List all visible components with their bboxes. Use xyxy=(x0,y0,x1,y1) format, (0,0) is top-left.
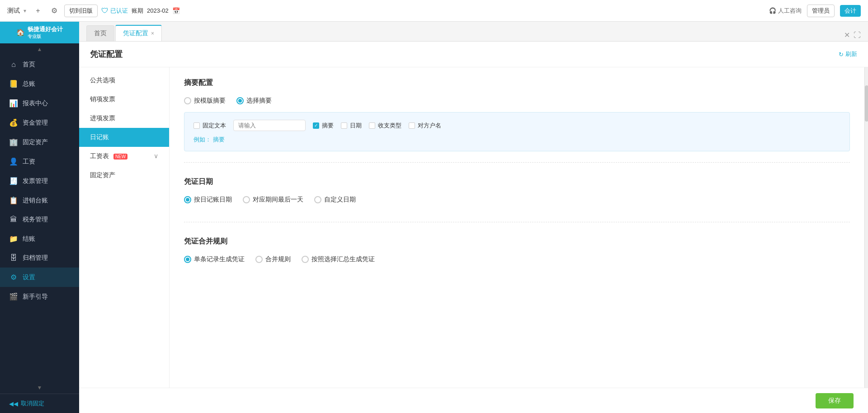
radio-journal-date[interactable]: 按日记账日期 xyxy=(184,196,232,204)
tab-home-label: 首页 xyxy=(94,29,107,38)
save-button[interactable]: 保存 xyxy=(816,393,854,408)
scroll-down-arrow[interactable]: ▼ xyxy=(36,384,43,392)
sidebar-item-assets[interactable]: 🏢 固定资产 xyxy=(0,132,79,152)
service-label: 人工咨询 xyxy=(778,7,802,15)
checkbox-summary[interactable]: 摘要 xyxy=(313,122,334,130)
date-radio-group: 按日记账日期 对应期间最后一天 自定义日期 xyxy=(184,196,850,204)
date-title: 凭证日期 xyxy=(184,177,850,187)
sidebar-item-wages[interactable]: 👤 工资 xyxy=(0,152,79,171)
topbar-right: 🎧 人工咨询 管理员 会计 xyxy=(769,5,861,17)
certified-badge: 🛡 已认证 xyxy=(101,7,128,15)
radio-custom-date[interactable]: 自定义日期 xyxy=(314,196,356,204)
left-nav-journal[interactable]: 日记账 xyxy=(79,128,169,147)
sidebar-item-home[interactable]: ⌂ 首页 xyxy=(0,55,79,74)
topbar-icons: + ⚙ xyxy=(32,5,61,17)
sidebar-item-trade[interactable]: 📋 进销台账 xyxy=(0,191,79,210)
cancel-pin-button[interactable]: ◀◀ 取消固定 xyxy=(0,394,79,413)
sidebar-label-capital: 资金管理 xyxy=(23,119,70,127)
sidebar-item-capital[interactable]: 💰 资金管理 xyxy=(0,113,79,132)
left-nav-public[interactable]: 公共选项 xyxy=(79,71,169,90)
checkbox-fixed-text[interactable]: 固定文本 xyxy=(193,122,226,130)
left-nav-public-label: 公共选项 xyxy=(90,76,115,84)
invoice-icon: 🧾 xyxy=(9,177,18,185)
settings-nav-icon: ⚙ xyxy=(9,273,18,282)
tab-close-icon[interactable]: × xyxy=(151,30,154,37)
left-nav-journal-label: 日记账 xyxy=(90,133,109,141)
sidebar-item-ledger[interactable]: 📒 总账 xyxy=(0,74,79,94)
settings-icon[interactable]: ⚙ xyxy=(48,5,61,17)
company-name: 测试 xyxy=(7,7,20,15)
checkbox-date[interactable]: 日期 xyxy=(341,122,362,130)
refresh-button[interactable]: ↻ 刷新 xyxy=(839,50,857,66)
fixed-text-label: 固定文本 xyxy=(203,122,226,130)
sidebar-label-guide: 新手引导 xyxy=(23,293,70,301)
period-label: 账期 xyxy=(132,7,143,15)
sidebar-label-assets: 固定资产 xyxy=(23,138,70,146)
sidebar-item-reports[interactable]: 📊 报表中心 xyxy=(0,94,79,113)
tab-home[interactable]: 首页 xyxy=(86,25,114,41)
fixed-text-input[interactable] xyxy=(233,120,306,131)
radio-select-summary-circle xyxy=(302,256,309,263)
radio-period-last[interactable]: 对应期间最后一天 xyxy=(243,196,303,204)
sidebar-item-guide[interactable]: 🎬 新手引导 xyxy=(0,287,79,306)
radio-select-summary[interactable]: 选择摘要 xyxy=(236,97,272,105)
right-scrollbar[interactable] xyxy=(864,67,868,388)
sidebar-label-home: 首页 xyxy=(23,61,70,69)
radio-select-summary-gen[interactable]: 按照选择汇总生成凭证 xyxy=(302,255,375,263)
summary-config-row: 固定文本 摘要 日期 xyxy=(193,120,840,131)
tab-close-button[interactable]: ✕ xyxy=(844,31,850,39)
left-nav-fixed-assets[interactable]: 固定资产 xyxy=(79,166,169,185)
radio-single-record[interactable]: 单条记录生成凭证 xyxy=(184,255,245,263)
radio-template-summary[interactable]: 按模版摘要 xyxy=(184,97,226,105)
left-nav-payroll-label: 工资表 xyxy=(90,152,109,160)
sidebar-item-tax[interactable]: 🏛 税务管理 xyxy=(0,210,79,229)
sidebar-item-settings[interactable]: ⚙ 设置 xyxy=(0,268,79,287)
page-title: 凭证配置 xyxy=(90,49,123,67)
calendar-icon[interactable]: 📅 xyxy=(172,7,180,14)
left-nav-sales-invoice[interactable]: 销项发票 xyxy=(79,90,169,109)
scroll-up-arrow[interactable]: ▲ xyxy=(36,45,43,53)
cancel-pin-label: 取消固定 xyxy=(21,399,44,408)
summary-radio-group: 按模版摘要 选择摘要 xyxy=(184,97,850,105)
sidebar-item-settle[interactable]: 📁 结账 xyxy=(0,229,79,249)
sidebar-item-invoice[interactable]: 🧾 发票管理 xyxy=(0,171,79,191)
radio-template-circle xyxy=(184,97,191,104)
radio-journal-date-circle xyxy=(184,196,191,203)
left-nav-purchase-invoice[interactable]: 进项发票 xyxy=(79,109,169,128)
checkbox-income-type[interactable]: 收支类型 xyxy=(369,122,401,130)
example-text: 例如： 摘要 xyxy=(193,136,840,144)
left-nav-payroll[interactable]: 工资表 NEW ∨ xyxy=(79,147,169,166)
checkbox-counterparty-box xyxy=(409,122,415,129)
service-button[interactable]: 🎧 人工咨询 xyxy=(769,7,802,15)
right-panel: 摘要配置 按模版摘要 选择摘要 xyxy=(170,67,864,388)
radio-merge-rules[interactable]: 合并规则 xyxy=(255,255,291,263)
tab-voucher-config[interactable]: 凭证配置 × xyxy=(115,25,162,41)
manager-button[interactable]: 管理员 xyxy=(807,5,835,17)
wages-icon: 👤 xyxy=(9,157,18,166)
sidebar-label-tax: 税务管理 xyxy=(23,216,70,224)
capital-icon: 💰 xyxy=(9,118,18,127)
income-type-label: 收支类型 xyxy=(378,122,401,130)
shield-icon: 🛡 xyxy=(101,7,108,15)
summary-config-box: 固定文本 摘要 日期 xyxy=(184,112,850,151)
sidebar-item-archive[interactable]: 🗄 归档管理 xyxy=(0,249,79,268)
summary-title: 摘要配置 xyxy=(184,78,850,88)
company-dropdown-icon[interactable]: ▾ xyxy=(24,8,26,14)
refresh-label: 刷新 xyxy=(845,50,857,58)
new-badge: NEW xyxy=(113,154,127,160)
headset-icon: 🎧 xyxy=(769,7,776,14)
accountant-button[interactable]: 会计 xyxy=(840,5,861,17)
checkbox-counterparty[interactable]: 对方户名 xyxy=(409,122,441,130)
switch-old-button[interactable]: 切到旧版 xyxy=(64,5,98,17)
date-check-label: 日期 xyxy=(350,122,362,130)
archive-icon: 🗄 xyxy=(9,254,18,262)
checkbox-summary-box xyxy=(313,122,319,129)
logo-icon: 🏠 xyxy=(16,28,25,37)
tab-fullscreen-button[interactable]: ⛶ xyxy=(854,31,861,39)
merge-section: 凭证合并规则 单条记录生成凭证 合并规则 按照选择汇总生成凭证 xyxy=(184,237,850,282)
sidebar-label-reports: 报表中心 xyxy=(23,99,70,108)
left-nav-fixed-assets-label: 固定资产 xyxy=(90,171,115,178)
add-button[interactable]: + xyxy=(32,5,44,17)
logo-main: 畅捷通好会计 xyxy=(28,25,63,33)
tab-bar: 首页 凭证配置 × ✕ ⛶ xyxy=(79,22,868,42)
